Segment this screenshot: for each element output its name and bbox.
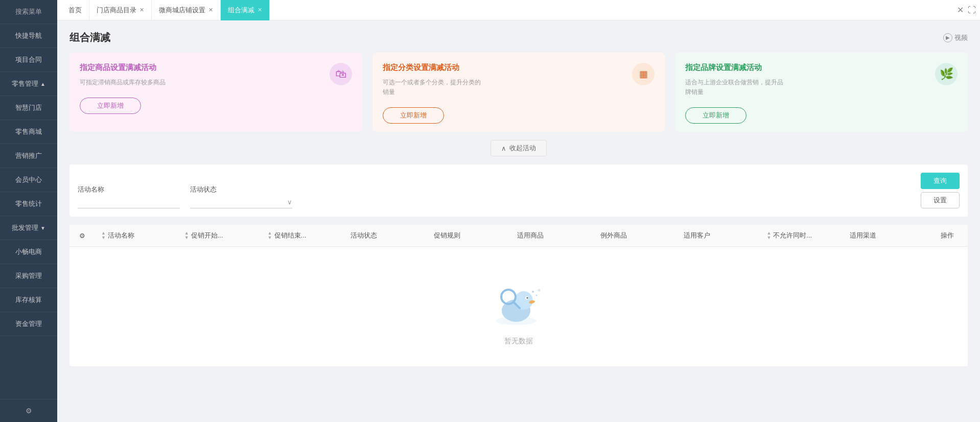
activity-name-label: 活动名称: [78, 185, 180, 194]
svg-point-5: [527, 297, 528, 299]
sidebar-item-smart-store[interactable]: 智慧门店: [0, 96, 57, 120]
tab-mini-store-close[interactable]: ✕: [208, 7, 213, 13]
sidebar-item-retail-stats[interactable]: 零售统计: [0, 192, 57, 216]
tab-combo-discount-close[interactable]: ✕: [258, 7, 262, 13]
product-card-desc: 可指定滞销商品或库存较多商品: [80, 78, 182, 87]
video-label: 视频: [954, 33, 968, 42]
activity-cards: 🛍 指定商品设置满减活动 可指定滞销商品或库存较多商品 立即新增 ▦ 指定分类设…: [69, 53, 968, 132]
activity-name-filter: 活动名称: [78, 185, 180, 208]
sort-no-concurrent[interactable]: ▲▼: [766, 231, 771, 240]
product-card-icon: 🛍: [330, 63, 352, 85]
brand-card-icon: 🌿: [935, 63, 958, 85]
sidebar-item-finance[interactable]: 资金管理: [0, 312, 57, 336]
sidebar-item-member-center[interactable]: 会员中心: [0, 168, 57, 192]
tab-bar-actions: ✕ ⛶: [957, 5, 976, 15]
sidebar-item-wholesale-mgmt[interactable]: 批发管理 ▼: [0, 216, 57, 240]
tab-mini-store-settings[interactable]: 微商城店铺设置 ✕: [152, 0, 221, 20]
page-content: 组合满减 ▶ 视频 🛍 指定商品设置满减活动 可指定滞销商品或库存较多商品 立即…: [57, 20, 980, 422]
chevron-up-icon: ∧: [501, 145, 506, 152]
product-card-add-button[interactable]: 立即新增: [80, 98, 141, 114]
empty-text: 暂无数据: [504, 337, 533, 346]
collapse-label: 收起活动: [509, 144, 536, 153]
sidebar: 搜索菜单 快捷导航 项目合同 零售管理 ▲ 智慧门店 零售商城 营销推广 会员中…: [0, 0, 57, 422]
tab-combo-discount[interactable]: 组合满减 ✕: [221, 0, 270, 20]
data-table: ⚙ ▲▼ 活动名称 ▲▼ 促销开始... ▲▼ 促销结束... 活动状态: [69, 225, 968, 366]
activity-card-category: ▦ 指定分类设置满减活动 可选一个或者多个分类，提升分类的销量 立即新增: [372, 53, 665, 132]
th-applicable-customer-label: 适用客户: [684, 231, 710, 240]
sidebar-item-retail-mall[interactable]: 零售商城: [0, 120, 57, 144]
th-applicable-goods-label: 适用商品: [517, 231, 544, 240]
table-header: ⚙ ▲▼ 活动名称 ▲▼ 促销开始... ▲▼ 促销结束... 活动状态: [69, 225, 968, 247]
sort-activity-name[interactable]: ▲▼: [101, 231, 106, 240]
sort-promo-start[interactable]: ▲▼: [184, 231, 189, 240]
activity-name-input[interactable]: [78, 196, 180, 208]
activity-card-product: 🛍 指定商品设置满减活动 可指定滞销商品或库存较多商品 立即新增: [69, 53, 362, 132]
sidebar-item-project-contract[interactable]: 项目合同: [0, 48, 57, 72]
setting-button[interactable]: 设置: [921, 192, 960, 208]
brand-card-add-button[interactable]: 立即新增: [685, 107, 746, 124]
category-card-add-button[interactable]: 立即新增: [383, 107, 444, 124]
main-area: 首页 门店商品目录 ✕ 微商城店铺设置 ✕ 组合满减 ✕ ✕ ⛶ 组合满减 ▶ …: [57, 0, 980, 422]
chevron-down-icon: ∨: [287, 198, 292, 206]
sidebar-item-retail-mgmt[interactable]: 零售管理 ▲: [0, 72, 57, 96]
activity-status-select[interactable]: ∨: [190, 196, 292, 208]
settings-icon: ⚙: [79, 232, 85, 240]
sidebar-search[interactable]: 搜索菜单: [0, 0, 57, 24]
th-applicable-customer: 适用客户: [678, 231, 761, 240]
video-link[interactable]: ▶ 视频: [943, 33, 968, 42]
chevron-down-icon: ▼: [40, 225, 45, 231]
brand-card-title: 指定品牌设置满减活动: [685, 63, 958, 73]
tab-mini-store-label: 微商城店铺设置: [159, 6, 205, 15]
tab-store-catalog[interactable]: 门店商品目录 ✕: [89, 0, 152, 20]
th-exception-goods: 例外商品: [594, 231, 678, 240]
th-promo-start: ▲▼ 促销开始...: [178, 231, 262, 240]
svg-point-10: [538, 289, 541, 292]
filter-row: 活动名称 活动状态 ∨ 查询 设置: [69, 165, 968, 217]
th-no-concurrent-label: 不允许同时...: [773, 231, 812, 240]
brand-card-desc: 适合与上游企业联合做营销，提升品牌销量: [685, 78, 787, 97]
tab-combo-discount-label: 组合满减: [228, 6, 254, 15]
th-exception-goods-label: 例外商品: [600, 231, 627, 240]
category-card-icon: ▦: [632, 63, 655, 85]
th-no-concurrent: ▲▼ 不允许同时...: [760, 231, 844, 240]
page-header: 组合满减 ▶ 视频: [69, 31, 968, 44]
settings-button[interactable]: ⚙: [0, 399, 57, 422]
empty-illustration: [488, 277, 549, 329]
th-promo-start-label: 促销开始...: [191, 231, 223, 240]
tab-home-label: 首页: [68, 6, 82, 15]
th-activity-name-label: 活动名称: [108, 231, 134, 240]
th-promo-rule-label: 促销规则: [434, 231, 460, 240]
activity-status-filter: 活动状态 ∨: [190, 185, 292, 208]
th-applicable-goods: 适用商品: [511, 231, 594, 240]
th-promo-end: ▲▼ 促销结束...: [262, 231, 345, 240]
th-applicable-channel-label: 适用渠道: [850, 231, 876, 240]
sidebar-item-inventory[interactable]: 库存核算: [0, 288, 57, 312]
th-operation-label: 操作: [941, 231, 954, 240]
tab-bar: 首页 门店商品目录 ✕ 微商城店铺设置 ✕ 组合满减 ✕ ✕ ⛶: [57, 0, 980, 20]
collapse-activity-button[interactable]: ∧ 收起活动: [491, 140, 547, 156]
tab-store-catalog-close[interactable]: ✕: [139, 7, 144, 13]
th-settings[interactable]: ⚙: [69, 232, 95, 240]
svg-point-9: [536, 295, 538, 296]
th-applicable-channel: 适用渠道: [844, 231, 927, 240]
activity-status-label: 活动状态: [190, 185, 292, 194]
sidebar-item-ecommerce[interactable]: 小畅电商: [0, 240, 57, 264]
sidebar-item-purchase-mgmt[interactable]: 采购管理: [0, 264, 57, 288]
filter-actions: 查询 设置: [921, 173, 960, 208]
category-card-desc: 可选一个或者多个分类，提升分类的销量: [383, 78, 485, 97]
close-window-button[interactable]: ✕: [957, 5, 964, 15]
query-button[interactable]: 查询: [921, 173, 960, 189]
empty-state: 暂无数据: [69, 247, 968, 366]
th-activity-status: 活动状态: [344, 231, 428, 240]
th-promo-end-label: 促销结束...: [274, 231, 307, 240]
maximize-window-button[interactable]: ⛶: [968, 6, 976, 15]
sort-promo-end[interactable]: ▲▼: [268, 231, 272, 240]
tab-store-catalog-label: 门店商品目录: [97, 6, 136, 15]
sidebar-item-quick-nav[interactable]: 快捷导航: [0, 24, 57, 48]
play-icon: ▶: [943, 33, 952, 42]
sidebar-item-marketing[interactable]: 营销推广: [0, 144, 57, 168]
tab-home[interactable]: 首页: [61, 0, 89, 20]
svg-point-8: [532, 291, 534, 293]
th-activity-name: ▲▼ 活动名称: [95, 231, 178, 240]
th-promo-rule: 促销规则: [428, 231, 511, 240]
